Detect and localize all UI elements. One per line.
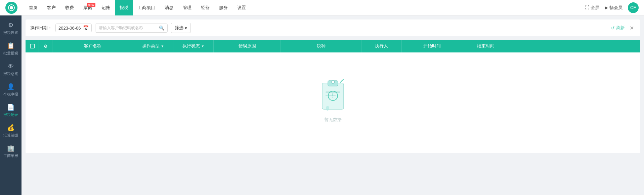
play-icon: ▶: [605, 5, 608, 10]
refresh-icon: ↺: [611, 26, 615, 31]
operation-type-sort-icon[interactable]: ▼: [161, 44, 164, 48]
date-picker[interactable]: 2023-06-06 📅: [55, 24, 92, 32]
data-table: ⚙ 客户名称 操作类型 ▼ 执行状态 ▼ 错误原因 税种: [26, 40, 640, 153]
nav-menu: 首页客户收费票据new记账报税工商项目消息管理经营服务设置: [24, 0, 585, 15]
nav-item-客户[interactable]: 客户: [42, 0, 60, 15]
calendar-icon: 📅: [83, 25, 89, 31]
sidebar-icon-报税总览: 👁: [7, 63, 14, 70]
sidebar-icon-批量报税: 📋: [7, 42, 14, 49]
nav-item-报税[interactable]: 报税: [115, 0, 133, 15]
search-input[interactable]: [95, 24, 156, 32]
error-reason-label: 错误原因: [239, 43, 256, 49]
error-reason-header: 错误原因: [214, 40, 281, 52]
nav-right-area: ⛶ 全屏 ▶ 畅会员 CE: [585, 2, 639, 13]
close-button[interactable]: ✕: [628, 25, 635, 31]
app-logo[interactable]: [5, 2, 17, 14]
operation-type-label: 操作类型: [142, 43, 160, 49]
exec-status-label: 执行状态: [182, 43, 200, 49]
executor-label: 执行人: [375, 43, 388, 49]
sidebar-item-报税设置[interactable]: ⚙报税设置: [0, 18, 22, 39]
settings-icon[interactable]: ⚙: [44, 44, 48, 49]
sidebar-icon-报税记录: 📄: [7, 104, 14, 111]
search-button[interactable]: 🔍: [156, 24, 167, 32]
tax-type-label: 税种: [317, 43, 326, 49]
sidebar: ⚙报税设置📋批量报税👁报税总览👤个税申报📄报税记录💰汇算清缴🏢工商年报: [0, 15, 22, 195]
tax-type-header: 税种: [281, 40, 361, 52]
end-time-header: 结束时间: [462, 40, 509, 52]
nav-item-管理[interactable]: 管理: [178, 0, 196, 15]
sidebar-item-批量报税[interactable]: 📋批量报税: [0, 39, 22, 59]
sidebar-icon-个税申报: 👤: [7, 83, 14, 90]
client-name-label: 客户名称: [84, 43, 101, 49]
nav-item-消息[interactable]: 消息: [160, 0, 178, 15]
nav-item-服务[interactable]: 服务: [214, 0, 232, 15]
end-time-label: 结束时间: [477, 43, 495, 49]
executor-header: 执行人: [361, 40, 402, 52]
member-label: 畅会员: [609, 5, 622, 11]
start-time-header: 开始时间: [402, 40, 462, 52]
member-button[interactable]: ▶ 畅会员: [605, 5, 622, 11]
sidebar-item-汇算清缴[interactable]: 💰汇算清缴: [0, 121, 22, 141]
client-name-header: 客户名称: [52, 40, 133, 52]
nav-item-工商项目[interactable]: 工商项目: [133, 0, 160, 15]
date-value: 2023-06-06: [58, 26, 81, 31]
fullscreen-label: 全屏: [591, 5, 599, 11]
sidebar-item-报税总览[interactable]: 👁报税总览: [0, 59, 22, 80]
start-time-label: 开始时间: [423, 43, 441, 49]
user-avatar[interactable]: CE: [628, 2, 639, 13]
refresh-button[interactable]: ↺ 刷新: [611, 25, 625, 31]
checkbox-column-header: [26, 40, 39, 52]
chevron-down-icon: ▾: [185, 26, 187, 31]
date-label: 操作日期：: [30, 25, 52, 31]
search-box: 🔍: [95, 24, 168, 33]
operation-type-header: 操作类型 ▼: [133, 40, 173, 52]
table-header: ⚙ 客户名称 操作类型 ▼ 执行状态 ▼ 错误原因 税种: [26, 40, 640, 52]
select-all-checkbox[interactable]: [30, 44, 35, 48]
toolbar: 操作日期： 2023-06-06 📅 🔍 筛选 ▾ ↺ 刷新 ✕: [26, 20, 640, 36]
sidebar-icon-汇算清缴: 💰: [7, 124, 14, 131]
exec-status-sort-icon[interactable]: ▼: [201, 44, 205, 48]
sidebar-item-工商年报[interactable]: 🏢工商年报: [0, 141, 22, 162]
sidebar-item-报税记录[interactable]: 📄报税记录: [0, 100, 22, 121]
avatar-text: CE: [630, 5, 636, 10]
filter-button[interactable]: 筛选 ▾: [171, 23, 191, 33]
sidebar-label-报税总览: 报税总览: [3, 71, 18, 76]
nav-item-首页[interactable]: 首页: [24, 0, 42, 15]
settings-column-header: ⚙: [39, 40, 52, 52]
top-navigation: 首页客户收费票据new记账报税工商项目消息管理经营服务设置 ⛶ 全屏 ▶ 畅会员…: [0, 0, 644, 15]
svg-rect-4: [326, 95, 336, 96]
exec-status-header: 执行状态 ▼: [173, 40, 214, 52]
sidebar-item-个税申报[interactable]: 👤个税申报: [0, 80, 22, 100]
nav-item-收费[interactable]: 收费: [60, 0, 79, 15]
empty-illustration: !: [316, 76, 350, 117]
nav-item-设置[interactable]: 设置: [232, 0, 251, 15]
sidebar-icon-工商年报: 🏢: [7, 145, 14, 152]
refresh-label: 刷新: [616, 25, 625, 31]
sidebar-label-报税记录: 报税记录: [3, 112, 18, 117]
sidebar-icon-报税设置: ⚙: [7, 22, 14, 29]
sidebar-label-批量报税: 批量报税: [3, 51, 18, 56]
sidebar-label-工商年报: 工商年报: [3, 153, 18, 158]
empty-text: 暂无数据: [324, 117, 342, 123]
sidebar-label-汇算清缴: 汇算清缴: [3, 133, 18, 138]
content-area: 操作日期： 2023-06-06 📅 🔍 筛选 ▾ ↺ 刷新 ✕: [22, 15, 644, 195]
nav-item-经营[interactable]: 经营: [196, 0, 214, 15]
nav-item-记账[interactable]: 记账: [97, 0, 115, 15]
filter-label: 筛选: [175, 25, 183, 31]
svg-point-9: [326, 106, 329, 111]
fullscreen-button[interactable]: ⛶ 全屏: [585, 5, 599, 11]
fullscreen-icon: ⛶: [585, 5, 589, 10]
empty-state: ! 暂无数据: [26, 52, 640, 153]
main-layout: ⚙报税设置📋批量报税👁报税总览👤个税申报📄报税记录💰汇算清缴🏢工商年报 操作日期…: [0, 15, 644, 195]
svg-text:!: !: [332, 93, 334, 99]
sidebar-label-个税申报: 个税申报: [3, 92, 18, 97]
nav-item-票据[interactable]: 票据new: [79, 0, 97, 15]
sidebar-label-报税设置: 报税设置: [3, 30, 18, 35]
svg-point-2: [331, 81, 335, 83]
